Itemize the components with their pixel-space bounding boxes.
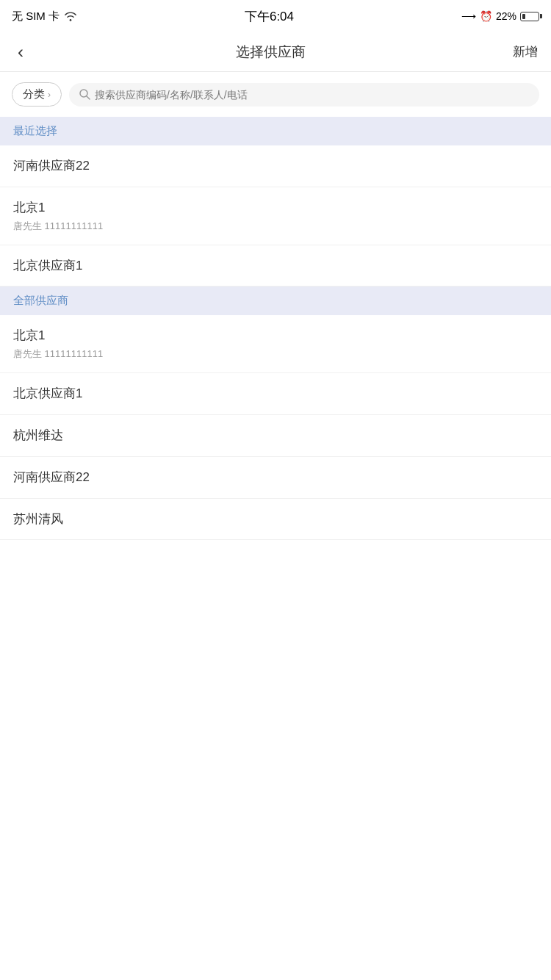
search-bar[interactable] xyxy=(69,83,539,107)
alarm-icon: ⏰ xyxy=(480,10,492,22)
item-sub: 唐先生 11111111111 xyxy=(13,347,538,361)
battery-icon xyxy=(520,12,539,21)
status-bar: 无 SIM 卡 下午6:04 ⟶ ⏰ 22% xyxy=(0,0,551,32)
list-item[interactable]: 河南供应商22 xyxy=(0,457,551,499)
back-button[interactable]: ‹ xyxy=(13,39,28,65)
category-filter-button[interactable]: 分类 › xyxy=(12,82,62,107)
nav-bar: ‹ 选择供应商 新增 xyxy=(0,32,551,72)
item-name: 河南供应商22 xyxy=(13,157,538,175)
search-icon xyxy=(79,89,90,100)
recent-section-title: 最近选择 xyxy=(13,124,57,137)
item-name: 北京供应商1 xyxy=(13,257,538,275)
all-section-title: 全部供应商 xyxy=(13,294,68,306)
new-action-button[interactable]: 新增 xyxy=(513,43,538,60)
battery-percentage: 22% xyxy=(496,10,516,22)
list-item[interactable]: 河南供应商22 xyxy=(0,145,551,187)
list-item[interactable]: 北京供应商1 xyxy=(0,245,551,287)
item-sub: 唐先生 11111111111 xyxy=(13,220,538,233)
all-list: 北京1唐先生 11111111111北京供应商1杭州维达河南供应商22苏州清风 xyxy=(0,315,551,540)
page-title: 选择供应商 xyxy=(236,43,306,62)
recent-list: 河南供应商22北京1唐先生 11111111111北京供应商1 xyxy=(0,145,551,287)
status-right: ⟶ ⏰ 22% xyxy=(461,10,539,22)
item-name: 杭州维达 xyxy=(13,427,538,444)
list-item[interactable]: 北京1唐先生 11111111111 xyxy=(0,187,551,245)
item-name: 苏州清风 xyxy=(13,511,538,528)
search-input[interactable] xyxy=(95,89,529,101)
filter-bar: 分类 › xyxy=(0,72,551,117)
item-name: 北京供应商1 xyxy=(13,385,538,403)
all-section-header: 全部供应商 xyxy=(0,287,551,315)
status-time: 下午6:04 xyxy=(245,8,294,25)
item-name: 河南供应商22 xyxy=(13,469,538,486)
chevron-right-icon: › xyxy=(48,90,51,100)
wifi-icon xyxy=(64,11,77,21)
status-left: 无 SIM 卡 xyxy=(12,10,77,24)
location-icon: ⟶ xyxy=(461,10,476,22)
category-label: 分类 xyxy=(23,87,45,101)
recent-section-header: 最近选择 xyxy=(0,117,551,145)
list-item[interactable]: 北京1唐先生 11111111111 xyxy=(0,315,551,373)
list-item[interactable]: 北京供应商1 xyxy=(0,373,551,415)
no-sim-text: 无 SIM 卡 xyxy=(12,10,60,24)
item-name: 北京1 xyxy=(13,327,538,345)
list-item[interactable]: 苏州清风 xyxy=(0,499,551,541)
svg-line-1 xyxy=(87,96,90,99)
item-name: 北京1 xyxy=(13,199,538,217)
list-item[interactable]: 杭州维达 xyxy=(0,415,551,457)
